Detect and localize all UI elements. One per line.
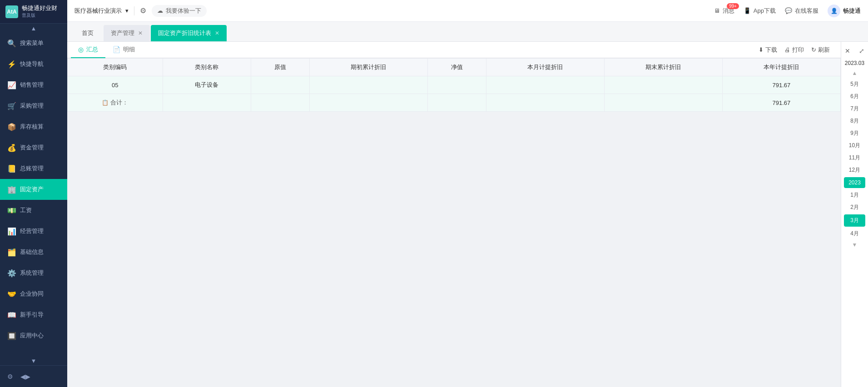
message-badge: 99+ bbox=[727, 3, 739, 9]
company-dropdown-icon: ▾ bbox=[125, 7, 129, 14]
system-icon: ⚙️ bbox=[7, 268, 16, 278]
search-icon: 🔍 bbox=[7, 39, 16, 48]
sidebar-item-basic[interactable]: 🗂️ 基础信息 bbox=[0, 242, 67, 263]
service-btn[interactable]: 💬 在线客服 bbox=[785, 7, 818, 15]
company-selector[interactable]: 医疗器械行业演示 ▾ bbox=[74, 7, 129, 15]
panel-year-label: 2023.03 bbox=[841, 58, 868, 68]
payroll-icon: 💵 bbox=[7, 206, 16, 215]
sidebar-item-sales[interactable]: 📈 销售管理 bbox=[0, 74, 67, 95]
col-beginning-acc: 期初累计折旧 bbox=[309, 59, 427, 76]
total-label-text: 合计： bbox=[110, 99, 128, 107]
total-beginning-acc bbox=[309, 94, 427, 112]
experience-btn[interactable]: ☁ 我要体验一下 bbox=[152, 5, 207, 17]
tab-assetmgmt-label: 资产管理 bbox=[111, 29, 134, 37]
sidebar-item-operations[interactable]: 📊 经营管理 bbox=[0, 221, 67, 242]
sidebar-item-system[interactable]: ⚙️ 系统管理 bbox=[0, 263, 67, 283]
sidebar-item-sales-label: 销售管理 bbox=[20, 81, 44, 89]
month-3[interactable]: 3月 bbox=[844, 214, 865, 227]
sidebar-item-search[interactable]: 🔍 搜索菜单 bbox=[0, 33, 67, 54]
download-toolbar-icon: ⬇ bbox=[759, 46, 764, 53]
topbar-settings-icon[interactable]: ⚙ bbox=[140, 6, 146, 15]
content-area: ◎ 汇总 📄 明细 ⬇ 下载 🖨 打印 bbox=[67, 42, 868, 387]
finance-icon: 💰 bbox=[7, 143, 16, 152]
sidebar-nav: 🔍 搜索菜单 ⚡ 快捷导航 📈 销售管理 🛒 采购管理 📦 库存核算 💰 资金管… bbox=[0, 33, 67, 356]
month-7[interactable]: 7月 bbox=[841, 103, 868, 115]
main-content: 医疗器械行业演示 ▾ ⚙ ☁ 我要体验一下 🖥 消息 99+ 📱 App下载 💬… bbox=[67, 0, 868, 387]
panel-scroll-down[interactable]: ▼ bbox=[850, 240, 859, 250]
sidebar-item-inventory[interactable]: 📦 库存核算 bbox=[0, 116, 67, 137]
topbar-right: 🖥 消息 99+ 📱 App下载 💬 在线客服 👤 畅捷通 bbox=[714, 5, 861, 17]
month-8[interactable]: 8月 bbox=[841, 115, 868, 127]
basic-icon: 🗂️ bbox=[7, 248, 16, 257]
depreciation-table: 类别编码 类别名称 原值 期初累计折旧 净值 本月计提折旧 期末累计折旧 本年计… bbox=[67, 58, 841, 112]
total-row: 📋 合计： 791.67 bbox=[68, 94, 841, 112]
month-12[interactable]: 12月 bbox=[841, 164, 868, 176]
logo-sub: 普及版 bbox=[22, 12, 57, 19]
sidebar-item-guide-label: 新手引导 bbox=[20, 311, 44, 319]
sidebar-item-purchase[interactable]: 🛒 采购管理 bbox=[0, 95, 67, 116]
month-1[interactable]: 1月 bbox=[841, 189, 868, 201]
sidebar-item-fixedasset-label: 固定资产 bbox=[20, 185, 44, 194]
refresh-btn[interactable]: ↻ 刷新 bbox=[811, 46, 830, 54]
month-10[interactable]: 10月 bbox=[841, 139, 868, 152]
inner-tab-summary-label: 汇总 bbox=[86, 45, 98, 54]
inner-tab-summary[interactable]: ◎ 汇总 bbox=[71, 42, 105, 58]
tab-home-label: 首页 bbox=[82, 29, 94, 37]
tab-depreciation[interactable]: 固定资产折旧统计表 ✕ bbox=[151, 25, 227, 41]
month-4[interactable]: 4月 bbox=[841, 228, 868, 240]
logo-text-block: 畅捷通好业财 普及版 bbox=[22, 5, 57, 19]
sidebar-item-fixedasset[interactable]: 🏢 固定资产 bbox=[0, 179, 67, 200]
sidebar-bottom: ⚙ ◀▶ bbox=[0, 365, 67, 387]
message-icon: 🖥 bbox=[714, 7, 720, 14]
month-2[interactable]: 2月 bbox=[841, 201, 868, 213]
sidebar-item-cooperation[interactable]: 🤝 企业协同 bbox=[0, 283, 67, 304]
ledger-icon: 📒 bbox=[7, 164, 16, 173]
row-beginning-acc bbox=[309, 76, 427, 94]
panel-expand-btn[interactable]: ⤢ bbox=[859, 47, 864, 55]
month-9[interactable]: 9月 bbox=[841, 127, 868, 139]
sidebar-item-payroll[interactable]: 💵 工资 bbox=[0, 200, 67, 221]
sidebar-scroll-down[interactable]: ▼ bbox=[0, 356, 67, 365]
col-net: 净值 bbox=[427, 59, 486, 76]
quicknav-icon: ⚡ bbox=[7, 60, 16, 69]
total-icon: 📋 bbox=[102, 99, 109, 106]
sidebar-item-ledger[interactable]: 📒 总账管理 bbox=[0, 158, 67, 179]
panel-scroll-up[interactable]: ▲ bbox=[850, 68, 859, 78]
sidebar-item-cooperation-label: 企业协同 bbox=[20, 290, 44, 298]
cooperation-icon: 🤝 bbox=[7, 289, 16, 298]
download-btn[interactable]: ⬇ 下载 bbox=[759, 46, 777, 54]
sidebar-item-quicknav[interactable]: ⚡ 快捷导航 bbox=[0, 54, 67, 74]
total-annual-dep: 791.67 bbox=[722, 94, 840, 112]
month-5[interactable]: 5月 bbox=[841, 78, 868, 90]
print-btn[interactable]: 🖨 打印 bbox=[784, 46, 804, 54]
collapse-icon[interactable]: ◀▶ bbox=[20, 373, 30, 380]
logo-name: 畅捷通好业财 bbox=[22, 5, 57, 12]
sidebar-item-purchase-label: 采购管理 bbox=[20, 102, 44, 110]
row-net bbox=[427, 76, 486, 94]
sidebar-item-ledger-label: 总账管理 bbox=[20, 164, 44, 173]
settings-bottom-icon[interactable]: ⚙ bbox=[7, 373, 13, 380]
sidebar-item-appcenter[interactable]: 🔲 应用中心 bbox=[0, 325, 67, 346]
sidebar-item-finance[interactable]: 💰 资金管理 bbox=[0, 137, 67, 158]
purchase-icon: 🛒 bbox=[7, 101, 16, 110]
sidebar: AtA 畅捷通好业财 普及版 ▲ 🔍 搜索菜单 ⚡ 快捷导航 📈 销售管理 🛒 … bbox=[0, 0, 67, 387]
sidebar-scroll-up[interactable]: ▲ bbox=[0, 24, 67, 33]
tab-assetmgmt-close[interactable]: ✕ bbox=[138, 30, 143, 36]
month-11[interactable]: 11月 bbox=[841, 152, 868, 164]
sidebar-logo: AtA 畅捷通好业财 普及版 bbox=[0, 0, 67, 24]
inner-tab-detail[interactable]: 📄 明细 bbox=[105, 42, 142, 58]
sidebar-item-guide[interactable]: 📖 新手引导 bbox=[0, 304, 67, 325]
inner-tab-detail-label: 明细 bbox=[123, 45, 135, 54]
tab-home[interactable]: 首页 bbox=[74, 25, 101, 41]
tab-assetmgmt[interactable]: 资产管理 ✕ bbox=[104, 25, 150, 41]
col-annual-dep: 本年计提折旧 bbox=[722, 59, 840, 76]
panel-header: ✕ ⤢ bbox=[841, 45, 868, 56]
message-btn[interactable]: 🖥 消息 99+ bbox=[714, 7, 734, 15]
month-6[interactable]: 6月 bbox=[841, 90, 868, 103]
year-2023[interactable]: 2023 bbox=[844, 177, 865, 188]
tab-depreciation-close[interactable]: ✕ bbox=[215, 30, 219, 36]
panel-close-btn[interactable]: ✕ bbox=[845, 47, 850, 55]
user-menu[interactable]: 👤 畅捷通 bbox=[828, 5, 861, 17]
download-btn[interactable]: 📱 App下载 bbox=[744, 7, 776, 15]
download-label: App下载 bbox=[754, 7, 776, 15]
